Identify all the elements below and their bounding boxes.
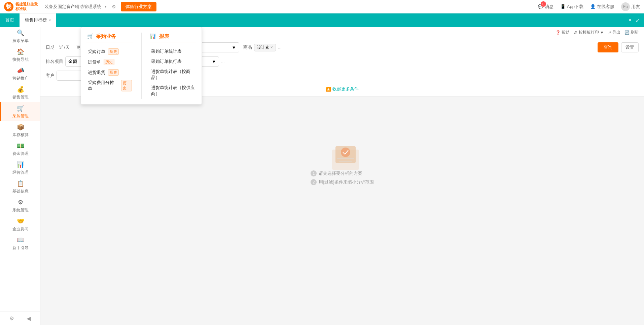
date-label: 日期: [46, 44, 55, 50]
window-close-icon[interactable]: ×: [629, 17, 632, 23]
report-column: 📊 报表 采购订单统计表 采购订单执行表 进货单统计表（按商品） 进货单统计表（…: [150, 33, 196, 99]
tip-num-1: 1: [311, 170, 317, 176]
window-expand-icon[interactable]: ⤢: [636, 17, 640, 24]
sidebar-label-system: 系统管理: [12, 207, 29, 213]
search-icon: 🔍: [17, 29, 24, 37]
sidebar-item-finance[interactable]: 💵 资金管理: [0, 140, 40, 159]
sidebar-label-enterprise: 企业协同: [12, 226, 29, 232]
rank-select-value: 金额: [68, 58, 77, 65]
svg-point-2: [341, 148, 350, 157]
export-icon: ↗: [608, 30, 611, 35]
logo-text: 畅捷通好生意 标准版: [15, 2, 38, 11]
menu-item-report-3[interactable]: 进货单统计表（按商品）: [150, 67, 196, 83]
print-dropdown-icon[interactable]: ▼: [600, 30, 604, 35]
print-button[interactable]: 🖨 按模板打印 ▼: [574, 30, 604, 35]
sidebar-item-marketing[interactable]: 📣 营销推广: [0, 65, 40, 83]
export-button[interactable]: ↗ 导出: [608, 30, 620, 35]
tab-sales-rank[interactable]: 销售排行榜 ×: [20, 13, 56, 27]
menu-item-purchase-order[interactable]: 采购订单 历史: [86, 46, 133, 57]
goods-ellipsis[interactable]: ...: [278, 45, 282, 50]
menu-item-report-2[interactable]: 采购订单执行表: [150, 56, 196, 67]
notification-count: 6: [541, 1, 546, 7]
purchase-icon: 🛒: [17, 105, 24, 112]
sidebar-item-operation[interactable]: 📊 经营管理: [0, 159, 40, 177]
sidebar-label-purchase: 采购管理: [12, 113, 29, 119]
app-download-label: App下载: [567, 4, 583, 10]
system-dropdown-icon[interactable]: ▼: [104, 5, 107, 8]
history-tag-0: 历史: [108, 48, 119, 55]
refresh-button[interactable]: 🔄 刷新: [624, 30, 639, 35]
app-download-item[interactable]: 📱 App下载: [560, 4, 583, 10]
print-icon: 🖨: [574, 30, 578, 35]
sidebar-collapse-btn[interactable]: ◀: [27, 315, 31, 322]
menu-item-stock-in[interactable]: 进货单 历史: [86, 57, 133, 67]
sidebar-item-search[interactable]: 🔍 搜索菜单: [0, 27, 40, 46]
enterprise-icon: 🤝: [17, 217, 24, 225]
sidebar-label-search: 搜索菜单: [12, 38, 29, 44]
marketing-icon: 📣: [17, 67, 24, 74]
user-label: 用友: [631, 4, 640, 10]
menu-item-stock-return[interactable]: 进货退货 历史: [86, 67, 133, 78]
empty-tip-2: 2 用[过滤]条件来缩小分析范围: [311, 179, 373, 185]
sidebar-item-inventory[interactable]: 📦 库存核算: [0, 121, 40, 140]
online-service-label: 在线客服: [597, 4, 614, 10]
collapse-button[interactable]: 🔼 收起更多条件: [326, 86, 359, 92]
sidebar-label-basic: 基础信息: [12, 189, 29, 194]
tab-home[interactable]: 首页: [0, 13, 20, 27]
menu-divider: [141, 33, 142, 99]
tip-num-2: 2: [311, 179, 317, 185]
menu-item-report-4[interactable]: 进货单统计表（按供应商）: [150, 83, 196, 99]
sidebar-label-guide: 新手引导: [12, 245, 29, 251]
help-icon: ❓: [556, 30, 561, 35]
tab-bar: 首页 销售排行榜 × × ⤢: [0, 13, 644, 27]
goods-tag-close[interactable]: ×: [271, 45, 273, 50]
settings-button[interactable]: 设置: [621, 42, 639, 52]
notification-item[interactable]: 💬 6 消息: [538, 4, 553, 10]
basic-icon: 📋: [17, 180, 24, 187]
menu-item-report-1[interactable]: 采购订单统计表: [150, 46, 196, 56]
sidebar-item-purchase[interactable]: 🛒 采购管理: [0, 102, 40, 121]
home-icon: 🏠: [17, 48, 24, 55]
tab-bar-right: × ⤢: [629, 17, 644, 24]
query-button[interactable]: 查询: [598, 42, 618, 52]
goods-label: 商品: [243, 44, 252, 50]
sales-icon: 💰: [17, 86, 24, 93]
inventory-icon: 📦: [17, 123, 24, 131]
empty-state: 1 请先选择要分析的方案 2 用[过滤]条件来缩小分析范围: [40, 96, 644, 231]
sidebar-item-basic[interactable]: 📋 基础信息: [0, 177, 40, 196]
sidebar-item-system[interactable]: ⚙ 系统管理: [0, 196, 40, 215]
avatar: Ea: [621, 2, 630, 11]
report-col-icon: 📊: [150, 33, 157, 40]
date-quick-7days[interactable]: 近7天: [57, 44, 72, 51]
tab-close-icon[interactable]: ×: [49, 18, 51, 22]
online-service-item[interactable]: 👤 在线客服: [590, 4, 614, 10]
sidebar-bottom: ⚙ ◀: [0, 312, 40, 325]
logo-icon: 畅: [4, 2, 13, 11]
sidebar-label-nav: 快捷导航: [12, 57, 29, 63]
gear-button[interactable]: ⚙: [110, 3, 118, 11]
system-title-text: 装备及固定资产辅助管理系统: [44, 4, 101, 10]
sidebar-item-sales[interactable]: 💰 销售管理: [0, 83, 40, 102]
help-button[interactable]: ❓ 帮助: [556, 30, 570, 35]
purchase-column-title: 🛒 采购业务: [86, 33, 133, 42]
sidebar-item-enterprise[interactable]: 🤝 企业协同: [0, 215, 40, 234]
salesman-ellipsis[interactable]: ...: [221, 59, 225, 64]
sidebar-item-guide[interactable]: 📖 新手引导: [0, 234, 40, 253]
salesman-dropdown-icon: ▼: [212, 59, 216, 64]
guide-icon: 📖: [17, 236, 24, 244]
svg-rect-5: [337, 158, 354, 159]
menu-item-purchase-expense[interactable]: 采购费用分摊单 历史: [86, 78, 133, 94]
user-item[interactable]: Ea 用友: [621, 2, 640, 11]
rank-label: 排名项目: [46, 58, 63, 65]
empty-illustration: [325, 139, 359, 166]
sidebar-item-nav[interactable]: 🏠 快捷导航: [0, 46, 40, 65]
mobile-icon: 📱: [560, 4, 566, 9]
system-title-area: 装备及固定资产辅助管理系统 ▼ ⚙ 体验行业方案: [44, 2, 538, 11]
sidebar: 🔍 搜索菜单 🏠 快捷导航 📣 营销推广 💰 销售管理 🛒 采购管理 📦 库存核…: [0, 27, 40, 325]
sidebar-settings-btn[interactable]: ⚙: [9, 315, 14, 322]
sidebar-label-finance: 资金管理: [12, 151, 29, 157]
industry-button[interactable]: 体验行业方案: [121, 2, 156, 11]
customer-label: 客户: [46, 73, 55, 79]
notification-badge: 💬 6: [538, 4, 543, 9]
sidebar-label-marketing: 营销推广: [12, 76, 29, 81]
